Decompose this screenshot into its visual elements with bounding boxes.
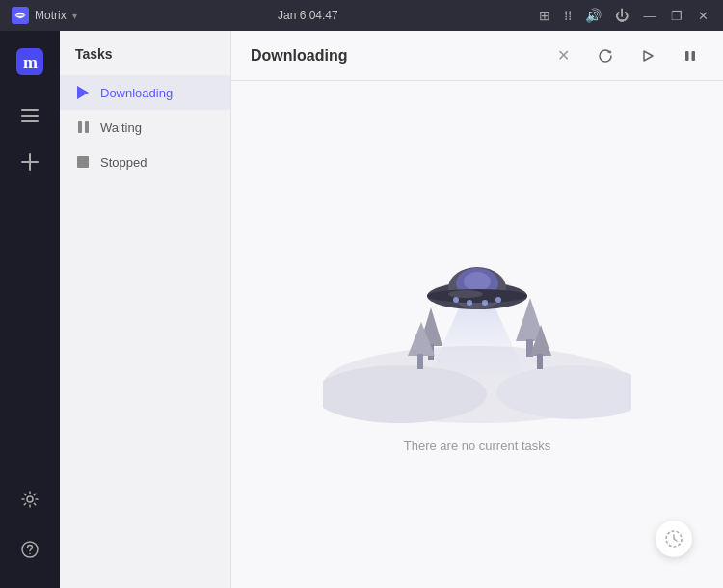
task-pause-button[interactable] bbox=[677, 42, 704, 69]
window-controls[interactable]: — ❐ ✕ bbox=[642, 8, 711, 23]
tray-power-icon: ⏻ bbox=[615, 8, 629, 23]
downloading-icon bbox=[75, 85, 91, 100]
app-logo bbox=[12, 7, 29, 24]
titlebar-right: ⊞ ⁞⁞ 🔊 ⏻ — ❐ ✕ bbox=[539, 8, 711, 23]
task-close-button[interactable]: ✕ bbox=[549, 42, 576, 69]
svg-text:m: m bbox=[23, 53, 38, 72]
minimize-button[interactable]: — bbox=[642, 8, 657, 23]
main-content: Downloading ✕ bbox=[231, 31, 723, 588]
task-play-button[interactable] bbox=[634, 42, 661, 69]
close-button[interactable]: ✕ bbox=[696, 8, 711, 23]
svg-rect-2 bbox=[21, 109, 39, 111]
svg-point-9 bbox=[29, 553, 31, 555]
svg-point-27 bbox=[464, 272, 491, 291]
tasks-panel-title: Tasks bbox=[60, 46, 230, 75]
svg-point-30 bbox=[453, 297, 459, 303]
tray-icon-2: ⁞⁞ bbox=[564, 8, 572, 23]
sidebar-item-downloading-label: Downloading bbox=[100, 86, 173, 100]
tray-volume-icon: 🔊 bbox=[585, 8, 602, 23]
sidebar-item-stopped-label: Stopped bbox=[100, 155, 147, 170]
svg-point-32 bbox=[482, 300, 488, 306]
task-refresh-button[interactable] bbox=[592, 42, 619, 69]
empty-state: There are no current tasks bbox=[231, 81, 723, 582]
sidebar-settings-button[interactable] bbox=[11, 480, 49, 519]
svg-point-7 bbox=[27, 496, 33, 502]
maximize-button[interactable]: ❐ bbox=[669, 8, 684, 23]
titlebar-datetime: Jan 6 04:47 bbox=[278, 9, 338, 22]
main-header-title: Downloading bbox=[251, 47, 347, 65]
tray-icon-1: ⊞ bbox=[539, 8, 550, 23]
sidebar-logo: m bbox=[14, 46, 45, 77]
app-body: m bbox=[0, 31, 723, 588]
main-header-actions: ✕ bbox=[549, 42, 704, 69]
svg-rect-10 bbox=[685, 51, 689, 61]
empty-state-text: There are no current tasks bbox=[404, 439, 550, 453]
sidebar-item-downloading[interactable]: Downloading bbox=[60, 75, 230, 110]
titlebar-left: Motrix ▾ bbox=[12, 7, 77, 24]
sidebar-menu-button[interactable] bbox=[11, 96, 49, 135]
sidebar-add-button[interactable] bbox=[11, 143, 49, 181]
svg-rect-22 bbox=[537, 354, 543, 369]
sidebar-item-waiting[interactable]: Waiting bbox=[60, 110, 230, 145]
svg-rect-11 bbox=[692, 51, 696, 61]
stopped-icon bbox=[75, 154, 91, 170]
svg-rect-3 bbox=[21, 115, 39, 117]
sidebar-help-button[interactable] bbox=[11, 530, 49, 569]
ufo-illustration bbox=[323, 153, 631, 423]
app-name: Motrix bbox=[35, 9, 67, 22]
sidebar-bottom bbox=[11, 476, 49, 573]
svg-rect-4 bbox=[21, 120, 39, 122]
main-header: Downloading ✕ bbox=[231, 31, 723, 81]
titlebar: Motrix ▾ Jan 6 04:47 ⊞ ⁞⁞ 🔊 ⏻ — ❐ ✕ bbox=[0, 0, 723, 31]
sidebar-item-stopped[interactable]: Stopped bbox=[60, 145, 230, 179]
svg-point-29 bbox=[448, 290, 483, 298]
svg-point-31 bbox=[467, 300, 472, 306]
waiting-icon bbox=[75, 120, 91, 135]
app-menu-chevron[interactable]: ▾ bbox=[72, 11, 77, 21]
sidebar-dark: m bbox=[0, 31, 60, 588]
sidebar-tasks: Tasks Downloading Waiting Stopped bbox=[60, 31, 231, 588]
svg-point-33 bbox=[495, 297, 501, 303]
svg-rect-18 bbox=[417, 354, 423, 369]
sidebar-item-waiting-label: Waiting bbox=[100, 120, 142, 135]
fab-button[interactable] bbox=[656, 521, 692, 557]
